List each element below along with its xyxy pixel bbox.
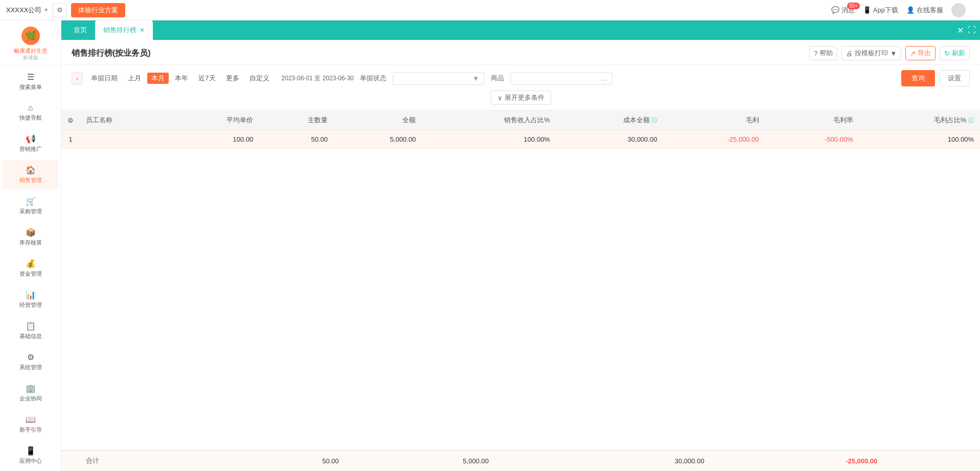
sidebar-item-finance[interactable]: 💰 资金管理 (2, 254, 59, 283)
sidebar-item-enterprise-label: 企业协同 (19, 395, 42, 402)
refresh-icon: ↻ (944, 50, 950, 57)
sidebar-item-operations-label: 经营管理 (19, 301, 42, 309)
export-icon: ↗ (910, 50, 916, 57)
company-name: XXXXX公司 (6, 6, 41, 15)
tab-close-all-icon[interactable]: ✕ (957, 26, 964, 35)
enterprise-icon: 🏢 (26, 384, 36, 393)
sidebar-item-system[interactable]: ⚙ 系统管理 (2, 347, 59, 376)
content-area: 首页 销售排行榜 ✕ ✕ ⛶ 销售排行榜(按业务员) ? 帮助 🖨 按模 (61, 20, 980, 471)
app-icon: 📱 (863, 6, 871, 14)
date-opt-this-month[interactable]: 本月 (147, 73, 169, 84)
top-bar: XXXXX公司 ▼ ⚙ 体验行业方案 💬 消息 99+ 📱 App下载 👤 在线… (0, 0, 980, 20)
logo-title: 畅康通好生意 (14, 47, 48, 54)
cell-qty: 50.00 (259, 130, 334, 149)
trial-btn[interactable]: 体验行业方案 (71, 3, 125, 17)
print-icon: 🖨 (846, 50, 853, 57)
settings-gear-btn[interactable]: ⚙ (53, 3, 67, 17)
sidebar-item-purchase[interactable]: 🛒 采购管理 (2, 191, 59, 220)
cost-info-icon[interactable]: ⓘ (651, 117, 657, 123)
date-opt-this-year[interactable]: 本年 (171, 73, 192, 84)
online-service-btn[interactable]: 👤 在线客服 (906, 6, 943, 15)
tab-home-label: 首页 (74, 26, 87, 35)
status-select[interactable]: ▼ (393, 72, 485, 85)
cell-amount: 5,000.00 (334, 130, 422, 149)
cell-grossrate: -500.00% (765, 130, 859, 149)
sidebar-item-basic-info[interactable]: 📋 基础信息 (2, 316, 59, 345)
footer-amount: 5,000.00 (345, 451, 495, 471)
help-icon: ? (814, 50, 817, 57)
header-actions: ? 帮助 🖨 按模板打印 ▼ ↗ 导出 ↻ 刷新 (809, 46, 970, 60)
footer-total-label: 合计 (80, 451, 180, 471)
refresh-label: 刷新 (952, 49, 965, 58)
goods-more-icon: … (600, 75, 607, 82)
sidebar-item-marketing[interactable]: 📢 营销推广 (2, 129, 59, 158)
date-filter-label: 单据日期 (91, 74, 118, 83)
footer-gross: -25,000.00 (711, 451, 884, 471)
tab-sales-ranking[interactable]: 销售排行榜 ✕ (95, 20, 153, 40)
page-title: 销售排行榜(按业务员) (72, 48, 151, 59)
sidebar-item-operations[interactable]: 📊 经营管理 (2, 285, 59, 314)
settings-display-btn[interactable]: 设置 (939, 70, 970, 86)
date-range-display: 2023-06-01 至 2023-06-30 (280, 74, 354, 83)
tab-expand-icon[interactable]: ⛶ (968, 26, 976, 35)
sidebar-item-search-order[interactable]: ☰ 搜索菜单 (2, 67, 59, 96)
table-row: 1 100.00 50.00 5,000.00 100.00% 30,000.0… (61, 130, 980, 149)
sidebar-item-basicinfo-label: 基础信息 (19, 332, 42, 340)
sidebar-item-marketing-label: 营销推广 (19, 145, 42, 153)
finance-icon: 💰 (26, 259, 36, 268)
filter-area: › 单据日期 上月 本月 本年 近7天 更多 自定义 2023-06-01 至 … (61, 65, 980, 110)
sidebar-item-inventory[interactable]: 📦 库存核算 (2, 222, 59, 252)
expand-more-row: ∨ 展开更多条件 (72, 91, 970, 105)
export-btn[interactable]: ↗ 导出 (905, 46, 936, 60)
date-opt-more[interactable]: 更多 (222, 73, 243, 84)
main-layout: 🌿 畅康通好生意 标准版 ☰ 搜索菜单 ⌂ 快捷导航 📢 营销推广 🏠 销售管理… (0, 20, 980, 471)
message-btn[interactable]: 💬 消息 99+ (831, 6, 855, 15)
company-selector[interactable]: XXXXX公司 ▼ (6, 6, 49, 15)
search-order-icon: ☰ (27, 72, 34, 82)
footer-empty-3 (495, 451, 546, 471)
inventory-icon: 📦 (26, 228, 36, 237)
expand-toggle-btn[interactable]: › (72, 72, 83, 85)
sidebar-item-guide[interactable]: 📖 新手引导 (2, 410, 59, 439)
date-opt-custom[interactable]: 自定义 (245, 73, 274, 84)
expand-chevron-icon: ∨ (497, 94, 503, 102)
goods-select[interactable]: … (510, 72, 612, 85)
sales-icon: 🏠 (26, 165, 36, 175)
tab-bar: 首页 销售排行榜 ✕ ✕ ⛶ (61, 20, 980, 40)
footer-empty-5 (932, 451, 980, 471)
cell-salespct: 100.00% (422, 130, 556, 149)
query-btn[interactable]: 查询 (901, 70, 935, 86)
status-select-arrow-icon: ▼ (472, 75, 479, 82)
expand-more-btn[interactable]: ∨ 展开更多条件 (491, 91, 551, 105)
sidebar-item-appcenter-label: 应用中心 (19, 457, 42, 465)
sidebar-item-sales[interactable]: 🏠 销售管理 (2, 160, 59, 189)
basic-info-icon: 📋 (26, 321, 36, 331)
quick-nav-icon: ⌂ (28, 103, 33, 113)
date-range-text: 2023-06-01 至 2023-06-30 (282, 74, 354, 83)
sidebar-item-sales-label: 销售管理 (19, 176, 42, 184)
grosspct-info-icon[interactable]: ⓘ (968, 117, 974, 123)
sidebar-item-enterprise[interactable]: 🏢 企业协同 (2, 378, 59, 408)
sidebar-item-finance-label: 资金管理 (19, 270, 42, 278)
col-settings-header[interactable]: ⚙ (61, 110, 80, 130)
date-opt-last-month[interactable]: 上月 (124, 73, 145, 84)
help-btn[interactable]: ? 帮助 (809, 46, 837, 60)
sidebar-item-app-center[interactable]: 📱 应用中心 (2, 441, 59, 470)
col-qty-header: 主数量 (259, 110, 334, 130)
col-grosspct-header: 毛利占比% ⓘ (859, 110, 980, 130)
avatar[interactable] (951, 3, 966, 17)
guide-icon: 📖 (26, 415, 36, 424)
app-download-btn[interactable]: 📱 App下载 (863, 6, 898, 15)
date-opt-last-7days[interactable]: 近7天 (194, 73, 219, 84)
tab-close-icon[interactable]: ✕ (140, 27, 145, 34)
col-avgprice-header: 平均单价 (170, 110, 260, 130)
tab-home[interactable]: 首页 (65, 20, 95, 40)
top-right-area: 💬 消息 99+ 📱 App下载 👤 在线客服 (831, 3, 974, 17)
col-salespct-header: 销售收入占比% (422, 110, 556, 130)
refresh-btn[interactable]: ↻ 刷新 (940, 46, 970, 60)
status-filter-label: 单据状态 (360, 74, 386, 83)
sidebar-item-quick-nav[interactable]: ⌂ 快捷导航 (2, 98, 59, 127)
print-btn[interactable]: 🖨 按模板打印 ▼ (841, 46, 901, 60)
expand-more-label: 展开更多条件 (505, 93, 544, 102)
service-label: 在线客服 (917, 6, 943, 15)
